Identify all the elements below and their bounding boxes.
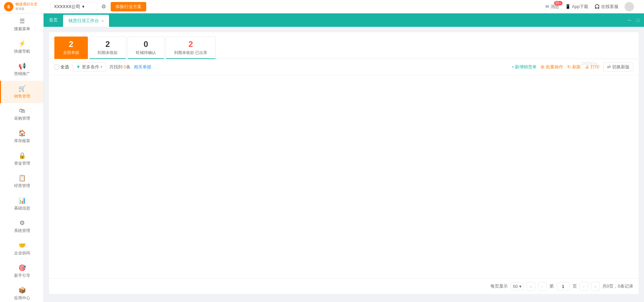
sidebar-item-purchase[interactable]: 🛍 采购管理 <box>0 103 43 125</box>
stat-label-wangpu-pending: 旺铺待确认 <box>136 50 156 56</box>
sidebar-item-cooperation[interactable]: 🤝 企业协同 <box>0 238 43 260</box>
first-page-icon: « <box>530 284 532 289</box>
experience-button[interactable]: 体验行业方案 <box>111 2 146 11</box>
tab-current[interactable]: 钱货日清工作台 × <box>63 15 109 27</box>
last-page-button[interactable]: » <box>591 282 600 291</box>
maximize-icon[interactable]: □ <box>635 16 641 24</box>
logo-area: 6 畅捷通好生意 标准版 <box>4 2 48 11</box>
minimize-icon[interactable]: ─ <box>627 16 633 24</box>
sidebar-item-label: 系统管理 <box>14 228 30 234</box>
sidebar-item-label: 应用中心 <box>14 295 30 301</box>
sidebar-item-app-center[interactable]: 📦 应用中心 <box>0 283 43 302</box>
chevron-down-icon: ▾ <box>82 4 85 9</box>
stats-tabs: 2 全部单据 2 到期未收款 0 旺铺待确认 2 到期未收款 已出库 <box>49 32 639 59</box>
sidebar: ☰ 搜索菜单 ⚡ 快捷导航 📢 营销推广 🛒 销售管理 🛍 采购管理 🏠 库存核… <box>0 13 44 302</box>
sidebar-item-label: 新手引导 <box>14 273 30 279</box>
message-badge: 99+ <box>554 1 562 5</box>
message-icon: ✉ <box>545 4 549 9</box>
marketing-icon: 📢 <box>18 62 26 70</box>
settings-icon[interactable]: ⚙ <box>100 2 107 11</box>
tab-bar: 首页 钱货日清工作台 × ─ □ <box>44 13 644 27</box>
per-page-chevron: ▾ <box>519 284 522 289</box>
top-header: 6 畅捷通好生意 标准版 XXXXXX公司 ▾ ⚙ 体验行业方案 ✉ 消息 99… <box>0 0 644 13</box>
company-selector[interactable]: XXXXXX公司 ▾ <box>50 2 97 11</box>
finance-icon: 🔒 <box>18 152 26 159</box>
page-label: 第 <box>549 283 554 289</box>
main-content: 2 全部单据 2 到期未收款 0 旺铺待确认 2 到期未收款 已出库 <box>44 27 644 302</box>
sidebar-item-quick-nav[interactable]: ⚡ 快捷导航 <box>0 36 43 58</box>
found-count: 0 <box>124 64 126 69</box>
purchase-icon: 🛍 <box>19 107 25 114</box>
online-service-button[interactable]: 🎧 在线客服 <box>594 4 619 10</box>
tab-close-icon[interactable]: × <box>102 19 104 23</box>
basic-info-icon: 📊 <box>18 197 26 204</box>
message-button[interactable]: ✉ 消息 99+ <box>545 4 559 10</box>
refresh-button[interactable]: ↻ 刷新 <box>567 64 581 70</box>
found-text: 共找到 0条 <box>109 64 130 70</box>
stat-tab-overdue-unshipped[interactable]: 2 到期未收款 已出库 <box>166 37 216 59</box>
found-prefix: 共找到 <box>109 64 122 69</box>
filter-button[interactable]: ▼ 更多条件 ▾ <box>72 62 106 72</box>
prev-page-button[interactable]: ‹ <box>538 282 547 291</box>
company-name: XXXXXX公司 <box>54 4 80 10</box>
sidebar-item-sales[interactable]: 🛒 销售管理 <box>0 81 43 103</box>
app-center-icon: 📦 <box>18 287 26 294</box>
sidebar-item-guide[interactable]: 🎯 新手引导 <box>0 260 43 283</box>
per-page-select[interactable]: 50 ▾ <box>511 283 524 290</box>
switch-label: 切换新版 <box>612 64 630 70</box>
plus-icon: + <box>512 64 514 69</box>
sidebar-item-operations[interactable]: 📋 经营管理 <box>0 170 43 193</box>
sidebar-item-inventory[interactable]: 🏠 库存核算 <box>0 125 43 148</box>
total-text: 共0页，0条记录 <box>602 283 633 289</box>
next-page-button[interactable]: › <box>580 282 588 291</box>
tab-home[interactable]: 首页 <box>44 13 63 27</box>
toolbar: 全选 ▼ 更多条件 ▾ 共找到 0条 相关单据 + 新增销货单 ⊞ 批量操作 <box>49 59 639 75</box>
quick-nav-icon: ⚡ <box>18 40 26 47</box>
add-sales-order-button[interactable]: + 新增销货单 <box>512 64 537 70</box>
search-menu-icon: ☰ <box>19 17 25 25</box>
checkbox-icon[interactable] <box>54 65 59 69</box>
sidebar-item-basic-info[interactable]: 📊 基础信息 <box>0 193 43 215</box>
sidebar-item-system[interactable]: ⚙ 系统管理 <box>0 215 43 238</box>
stat-number-overdue-unshipped: 2 <box>189 40 193 49</box>
stat-label-overdue-unpaid: 到期未收款 <box>98 50 118 56</box>
stat-tab-overdue-unpaid[interactable]: 2 到期未收款 <box>89 37 126 59</box>
found-link[interactable]: 相关单据 <box>134 64 151 70</box>
sidebar-item-marketing[interactable]: 📢 营销推广 <box>0 58 43 81</box>
table-area <box>49 75 639 278</box>
sidebar-item-label: 营销推广 <box>14 71 30 77</box>
sidebar-item-label: 快捷导航 <box>14 49 30 54</box>
avatar[interactable] <box>625 2 634 11</box>
batch-operations-button[interactable]: ⊞ 批量操作 <box>541 64 563 70</box>
logo-sub: 标准版 <box>15 7 38 11</box>
chevron-down-icon: ▾ <box>101 65 102 69</box>
system-icon: ⚙ <box>19 219 25 227</box>
sidebar-item-search-menu[interactable]: ☰ 搜索菜单 <box>0 13 43 36</box>
switch-version-button[interactable]: ⇄ 切换新版 <box>603 62 633 72</box>
page-input[interactable] <box>556 283 570 290</box>
headset-icon: 🎧 <box>594 4 600 9</box>
next-page-icon: › <box>583 284 584 289</box>
content-card: 2 全部单据 2 到期未收款 0 旺铺待确认 2 到期未收款 已出库 <box>49 32 639 294</box>
phone-icon: 📱 <box>565 4 571 9</box>
guide-icon: 🎯 <box>18 264 26 271</box>
sidebar-item-label: 采购管理 <box>14 116 30 121</box>
app-download-label: App下载 <box>572 4 588 10</box>
operations-icon: 📋 <box>18 174 26 182</box>
tab-current-label: 钱货日清工作台 <box>68 18 99 24</box>
logo-icon: 6 <box>4 2 13 11</box>
app-download-button[interactable]: 📱 App下载 <box>565 4 588 10</box>
first-page-button[interactable]: « <box>527 282 535 291</box>
often-watermark: OfTEn <box>581 61 597 66</box>
select-all-label: 全选 <box>60 64 69 70</box>
stat-label-all: 全部单据 <box>63 50 79 56</box>
sidebar-item-finance[interactable]: 🔒 资金管理 <box>0 148 43 170</box>
page-suffix: 页 <box>573 283 577 289</box>
stat-tab-all[interactable]: 2 全部单据 <box>54 37 88 59</box>
stat-tab-wangpu-pending[interactable]: 0 旺铺待确认 <box>127 37 164 59</box>
select-all-checkbox[interactable]: 全选 <box>54 64 69 70</box>
per-page-value: 50 <box>513 284 518 289</box>
filter-label: 更多条件 <box>82 64 99 70</box>
sidebar-item-label: 经营管理 <box>14 183 30 189</box>
sidebar-item-label: 库存核算 <box>14 138 30 144</box>
